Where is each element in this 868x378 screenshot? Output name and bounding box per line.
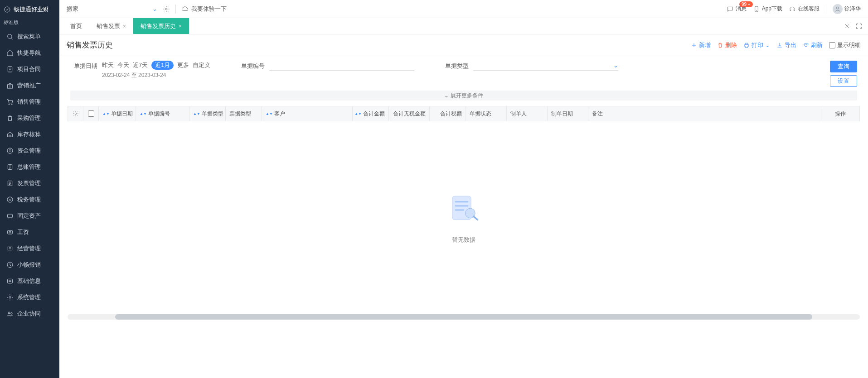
col-creator[interactable]: 制单人 [507,106,548,121]
date-opt-0[interactable]: 昨天 [102,61,114,69]
tab-close-icon[interactable]: × [179,23,182,29]
date-opt-3[interactable]: 近1月 [151,61,174,70]
show-detail-checkbox[interactable]: 显示明细 [829,41,861,49]
sidebar-item-10[interactable]: 税务管理 [0,191,59,208]
tab-2[interactable]: 销售发票历史× [133,18,189,34]
date-opt-2[interactable]: 近7天 [133,61,148,69]
sidebar-item-13[interactable]: 经营管理 [0,240,59,257]
chevron-down-icon: ⌄ [613,62,618,69]
sidebar-item-label: 经营管理 [17,244,41,253]
table: ▲▼单据日期 ▲▼单据编号 ▲▼单据类型 票据类型 ▲▼客户 ▲▼合计金额 合计… [68,106,860,311]
col-total-amount[interactable]: ▲▼合计金额 [353,106,389,121]
col-create-date[interactable]: 制单日期 [548,106,588,121]
experience-link[interactable]: 我要体验一下 [181,5,227,13]
house-icon [6,131,14,138]
gear-icon[interactable] [163,5,170,13]
app-download-button[interactable]: App下载 [753,5,782,13]
expand-filters-button[interactable]: ⌄ 展开更多条件 [70,91,857,100]
col-status[interactable]: 单据状态 [466,106,507,121]
sidebar-item-label: 企业协同 [17,310,41,318]
bag-icon [6,115,14,122]
svg-point-1 [8,34,12,38]
sidebar-item-label: 快捷导航 [17,49,41,57]
filter-date-label: 单据日期 [70,61,97,70]
filter-doc-no-label: 单据编号 [238,61,265,70]
col-total-notax[interactable]: 合计无税金额 [389,106,430,121]
sidebar-item-1[interactable]: 快捷导航 [0,45,59,61]
search-button[interactable]: 查询 [830,61,857,72]
filter-doc-no-input[interactable] [269,61,414,71]
svg-rect-13 [8,246,12,251]
messages-button[interactable]: 消息 99 + [727,5,747,13]
svg-point-21 [756,10,756,11]
sidebar-item-9[interactable]: 发票管理 [0,175,59,191]
reimb-icon [6,261,14,268]
settings-button[interactable]: 设置 [830,75,857,87]
sidebar-item-11[interactable]: 固定资产 [0,208,59,224]
app-download-label: App下载 [762,5,782,13]
col-doc-no[interactable]: ▲▼单据编号 [136,106,189,121]
sidebar-item-17[interactable]: 企业协同 [0,306,59,322]
col-select-all[interactable] [83,106,99,121]
chevron-down-icon: ⌄ [444,92,449,99]
sidebar-item-8[interactable]: 总账管理 [0,159,59,175]
fullscreen-icon[interactable] [855,23,863,30]
col-gear[interactable] [68,106,83,121]
brand-name: 畅捷通好业财 [14,5,49,14]
export-button[interactable]: 导出 [776,41,796,49]
date-opt-5[interactable]: 自定义 [193,61,210,69]
messages-badge: 99 + [739,1,753,7]
col-customer[interactable]: ▲▼客户 [262,106,353,121]
delete-button[interactable]: 删除 [717,41,737,49]
svg-point-23 [75,113,77,115]
sidebar-item-14[interactable]: 小畅报销 [0,257,59,273]
gear-icon [6,294,14,301]
horizontal-scrollbar[interactable] [68,314,860,320]
expand-filters-label: 展开更多条件 [451,92,483,100]
sidebar-item-12[interactable]: 工资 [0,224,59,240]
brand-logo-icon [4,6,11,13]
add-button[interactable]: 新增 [691,41,711,49]
sidebar-item-5[interactable]: 采购管理 [0,110,59,126]
sidebar-item-7[interactable]: 资金管理 [0,143,59,159]
add-label: 新增 [699,41,711,49]
filter-doc-type-select[interactable]: ⌄ [473,61,618,71]
print-button[interactable]: 打印⌄ [743,41,770,49]
sidebar-item-3[interactable]: 营销推广 [0,77,59,94]
delete-label: 删除 [725,41,737,49]
sidebar-item-16[interactable]: 系统管理 [0,289,59,306]
date-opt-1[interactable]: 今天 [117,61,129,69]
sidebar-item-2[interactable]: 项目合同 [0,61,59,77]
col-action[interactable]: 操作 [821,106,859,121]
tab-0[interactable]: 首页 [63,18,89,34]
avatar-icon [833,4,843,14]
online-service-button[interactable]: 在线客服 [789,5,820,13]
tab-label: 首页 [70,22,82,30]
refresh-label: 刷新 [811,41,823,49]
col-remark[interactable]: 备注 [588,106,821,121]
sidebar-item-label: 总账管理 [17,163,41,171]
date-opt-4[interactable]: 更多 [177,61,189,69]
sidebar-item-0[interactable]: 搜索菜单 [0,29,59,45]
sidebar: 畅捷通好业财 标准版 搜索菜单快捷导航项目合同营销推广销售管理采购管理库存核算资… [0,0,59,378]
sidebar-item-label: 采购管理 [17,114,41,122]
close-all-tabs-icon[interactable] [844,23,851,30]
col-doc-type[interactable]: ▲▼单据类型 [189,106,226,121]
col-total-tax[interactable]: 合计税额 [430,106,466,121]
col-doc-date[interactable]: ▲▼单据日期 [99,106,136,121]
sidebar-item-4[interactable]: 销售管理 [0,94,59,110]
chevron-down-icon: ⌄ [765,42,770,48]
tab-1[interactable]: 销售发票× [89,18,133,34]
empty-illustration-icon [443,189,484,230]
sidebar-item-15[interactable]: 基础信息 [0,273,59,289]
col-bill-type[interactable]: 票据类型 [226,106,262,121]
sidebar-item-6[interactable]: 库存核算 [0,126,59,143]
user-menu[interactable]: 徐泽华 [833,4,861,14]
org-selector[interactable]: 搬家 ⌄ [67,3,157,15]
filter-doc-no: 单据编号 [238,61,414,71]
tab-close-icon[interactable]: × [123,23,126,29]
ledger-icon [6,163,14,171]
svg-point-5 [11,104,12,105]
refresh-button[interactable]: 刷新 [803,41,823,49]
message-icon [727,5,734,13]
